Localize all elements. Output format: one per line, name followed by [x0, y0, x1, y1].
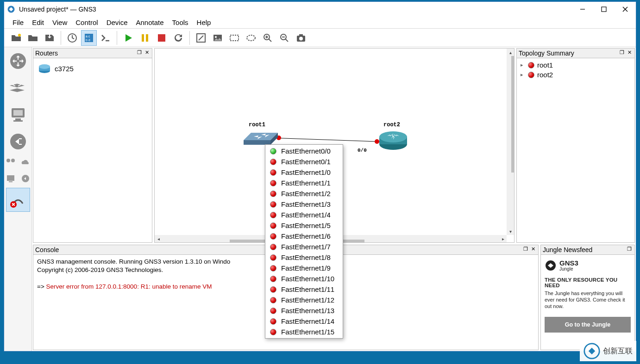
dock-all-devices-icon[interactable] [4, 156, 17, 169]
chevron-right-icon[interactable]: ▸ [521, 62, 525, 68]
jungle-cta-button[interactable]: Go to the Jungle [545, 317, 631, 333]
open-project-icon[interactable] [25, 30, 41, 46]
undock-icon[interactable]: ❐ [619, 50, 625, 56]
interface-menu-item[interactable]: FastEthernet1/14 [265, 316, 343, 327]
interface-label: FastEthernet1/8 [281, 253, 331, 261]
router-template-item[interactable]: c3725 [36, 61, 149, 76]
svg-rect-31 [15, 118, 21, 120]
dock-switches-icon[interactable] [6, 76, 30, 100]
menu-file[interactable]: File [9, 18, 27, 27]
svg-point-5 [18, 34, 21, 37]
interface-menu-item[interactable]: FastEthernet1/12 [265, 295, 343, 305]
menu-tools[interactable]: Tools [169, 18, 192, 27]
topology-panel-header: Topology Summary ❐ ✕ [517, 49, 634, 58]
show-labels-icon[interactable]: a cb d [81, 30, 97, 46]
menu-control[interactable]: Control [72, 18, 101, 27]
undock-icon[interactable]: ❐ [522, 247, 529, 253]
topology-item[interactable]: ▸root1 [519, 60, 633, 70]
close-icon[interactable]: ✕ [144, 50, 150, 56]
interface-menu-item[interactable]: FastEthernet1/13 [265, 305, 343, 316]
undock-icon[interactable]: ❐ [626, 247, 633, 253]
status-dot-icon [270, 297, 276, 303]
node-root2[interactable] [378, 130, 408, 153]
interface-menu-item[interactable]: FastEthernet1/11 [265, 284, 343, 295]
status-dot-icon [528, 62, 534, 68]
status-dot-icon [270, 222, 276, 229]
stop-icon[interactable] [154, 30, 169, 46]
interface-menu-item[interactable]: FastEthernet1/1 [265, 178, 343, 188]
topology-item[interactable]: ▸root2 [519, 70, 633, 80]
reload-icon[interactable] [170, 30, 186, 46]
close-button[interactable] [615, 2, 636, 16]
dock-add-link-icon[interactable] [6, 188, 30, 212]
interface-label: FastEthernet1/2 [281, 190, 331, 197]
undock-icon[interactable]: ❐ [136, 50, 143, 56]
jungle-description: The Jungle has everything you will ever … [545, 290, 631, 309]
save-icon[interactable] [42, 30, 57, 46]
interface-label: FastEthernet1/5 [281, 222, 331, 229]
interface-label: FastEthernet1/6 [281, 232, 331, 240]
interface-menu-item[interactable]: FastEthernet1/8 [265, 252, 343, 263]
picture-icon[interactable] [210, 30, 226, 46]
status-dot-icon [270, 169, 276, 176]
play-icon[interactable] [120, 30, 136, 46]
interface-label: FastEthernet1/10 [281, 275, 334, 283]
routers-panel-title: Routers [35, 49, 135, 57]
interface-label: FastEthernet1/7 [281, 243, 331, 251]
interface-menu-item[interactable]: FastEthernet0/0 [265, 146, 343, 156]
rectangle-icon[interactable] [226, 30, 242, 46]
interface-menu-item[interactable]: FastEthernet0/1 [265, 156, 343, 167]
interface-menu-item[interactable]: FastEthernet1/7 [265, 241, 343, 252]
scroll-up-icon[interactable]: ▴ [507, 49, 514, 56]
menu-help[interactable]: Help [193, 18, 215, 27]
snapshot-icon[interactable] [64, 30, 80, 46]
menu-edit[interactable]: Edit [28, 18, 48, 27]
dock-hosts-icon[interactable] [6, 103, 30, 127]
dock-security-icon[interactable] [6, 130, 30, 154]
routers-panel-header: Routers ❐ ✕ [33, 49, 152, 58]
dock-cloud-icon[interactable] [19, 156, 32, 169]
note-icon[interactable] [193, 30, 209, 46]
status-dot-icon [270, 286, 276, 293]
ellipse-icon[interactable] [243, 30, 259, 46]
status-dot-icon [270, 212, 276, 218]
interface-menu-item[interactable]: FastEthernet1/0 [265, 167, 343, 178]
menu-device[interactable]: Device [103, 18, 132, 27]
close-icon[interactable]: ✕ [626, 50, 633, 56]
node-label-root1[interactable]: root1 [249, 122, 265, 128]
interface-label: FastEthernet1/15 [281, 328, 334, 336]
svg-point-27 [299, 37, 303, 40]
topology-item-label: root1 [537, 61, 553, 69]
dock-templates-icon[interactable] [19, 172, 32, 185]
dock-browse-icon[interactable] [4, 172, 17, 185]
close-icon[interactable]: ✕ [530, 247, 536, 253]
interface-menu-item[interactable]: FastEthernet1/5 [265, 220, 343, 231]
interface-menu-item[interactable]: FastEthernet1/6 [265, 231, 343, 241]
zoom-out-icon[interactable] [276, 30, 292, 46]
interface-label: FastEthernet1/0 [281, 168, 331, 176]
console-icon[interactable] [98, 30, 113, 46]
interface-menu-item[interactable]: FastEthernet1/10 [265, 273, 343, 284]
scroll-right-icon[interactable]: ▸ [499, 235, 507, 242]
maximize-button[interactable] [593, 2, 615, 16]
scroll-left-icon[interactable]: ◂ [155, 235, 162, 242]
minimize-button[interactable] [572, 2, 593, 16]
chevron-right-icon[interactable]: ▸ [521, 72, 525, 78]
link-root1-root2[interactable] [277, 138, 377, 142]
pause-icon[interactable] [137, 30, 153, 46]
dock-routers-icon[interactable] [6, 49, 30, 73]
interface-menu-item[interactable]: FastEthernet1/9 [265, 263, 343, 273]
camera-icon[interactable] [293, 30, 309, 46]
scroll-down-icon[interactable]: ▾ [507, 228, 514, 235]
menu-view[interactable]: View [49, 18, 71, 27]
interface-menu-item[interactable]: FastEthernet1/2 [265, 188, 343, 199]
canvas-vertical-scrollbar[interactable]: ▴ ▾ [507, 49, 514, 235]
routers-panel: Routers ❐ ✕ c3725 [33, 48, 152, 243]
node-label-root2[interactable]: root2 [383, 122, 400, 128]
interface-menu-item[interactable]: FastEthernet1/3 [265, 199, 343, 210]
open-folder-icon[interactable] [8, 30, 24, 46]
interface-menu-item[interactable]: FastEthernet1/4 [265, 210, 343, 220]
interface-menu-item[interactable]: FastEthernet1/15 [265, 327, 343, 337]
zoom-in-icon[interactable] [260, 30, 276, 46]
menu-annotate[interactable]: Annotate [132, 18, 168, 27]
